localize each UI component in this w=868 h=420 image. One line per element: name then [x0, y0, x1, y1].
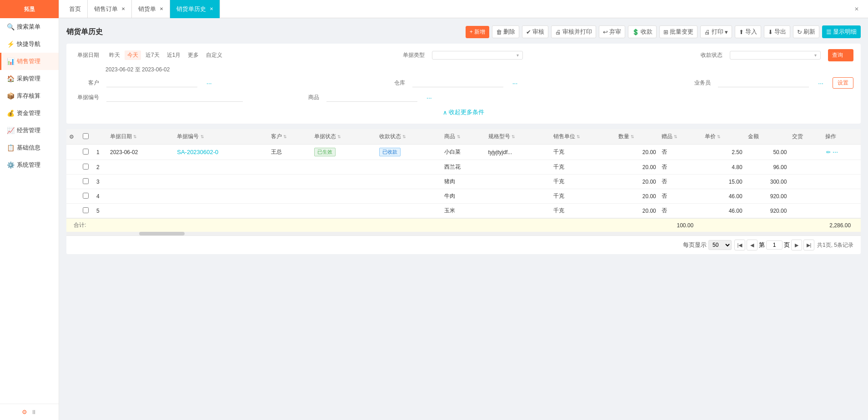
- audit-print-button[interactable]: 🖨 审核并打印: [551, 25, 596, 38]
- col-date[interactable]: 单据日期 ⇅: [107, 129, 174, 145]
- col-gift[interactable]: 赠品 ⇅: [659, 129, 702, 145]
- row-checkbox[interactable]: [80, 175, 94, 189]
- col-exchange[interactable]: 交货: [789, 129, 822, 145]
- sidebar-item-inventory[interactable]: 📦 库存核算: [0, 87, 59, 105]
- col-collect-status[interactable]: 收款状态 ⇅: [376, 129, 442, 145]
- col-settings[interactable]: ⚙: [66, 129, 80, 145]
- next-page-btn[interactable]: ▶: [791, 240, 802, 250]
- table-row: 4牛肉千克20.00否46.00920.00: [66, 189, 861, 204]
- scrollbar-thumb[interactable]: [139, 232, 185, 235]
- row-select-checkbox[interactable]: [83, 149, 89, 155]
- import-button[interactable]: ⬆ 导入: [735, 25, 761, 38]
- per-page-dropdown[interactable]: 50 100 200: [708, 240, 732, 250]
- row-checkbox[interactable]: [80, 189, 94, 204]
- tab-sales-history-label: 销货单历史: [176, 5, 206, 13]
- goods-dots[interactable]: ···: [425, 94, 434, 101]
- row-select-checkbox[interactable]: [83, 193, 89, 199]
- sidebar-item-operations[interactable]: 📈 经营管理: [0, 122, 59, 139]
- date-custom[interactable]: 自定义: [203, 50, 225, 60]
- collect-button[interactable]: 💲 收款: [628, 25, 657, 38]
- new-button[interactable]: + 新增: [466, 26, 489, 38]
- row-checkbox[interactable]: [80, 204, 94, 218]
- close-all-tabs[interactable]: ✕: [849, 6, 864, 12]
- tab-sales-delivery-close[interactable]: ✕: [160, 6, 163, 11]
- date-1month[interactable]: 近1月: [164, 50, 184, 60]
- collect-status-select[interactable]: ▾: [730, 51, 821, 60]
- sidebar-item-label: 采购管理: [17, 75, 40, 83]
- settings-button[interactable]: 设置: [833, 77, 853, 89]
- edit-action-btn[interactable]: ✏: [825, 149, 832, 155]
- col-goods[interactable]: 商品 ⇅: [442, 129, 485, 145]
- col-quantity[interactable]: 数量 ⇅: [616, 129, 659, 145]
- sidebar-bottom-icon1[interactable]: ⚙: [22, 409, 27, 415]
- refresh-button[interactable]: ↻ 刷新: [793, 25, 819, 38]
- tab-sales-history-close[interactable]: ✕: [210, 6, 213, 11]
- sidebar-item-quicknav[interactable]: ⚡ 快捷导航: [0, 35, 59, 53]
- badge-text: 已生效: [314, 148, 336, 156]
- audit-button[interactable]: ✔ 审核: [522, 25, 548, 38]
- sidebar-item-search[interactable]: 🔍 搜索菜单: [0, 18, 59, 35]
- date-more[interactable]: 更多: [185, 50, 201, 60]
- date-yesterday[interactable]: 昨天: [106, 50, 123, 60]
- select-all-checkbox[interactable]: [83, 133, 89, 139]
- sidebar-item-purchase[interactable]: 🏠 采购管理: [0, 70, 59, 87]
- customer-input[interactable]: [106, 79, 197, 87]
- page-input[interactable]: [766, 240, 783, 250]
- row-select-checkbox[interactable]: [83, 207, 89, 213]
- show-details-button[interactable]: ☰ 显示明细: [822, 25, 861, 38]
- toolbar: + 新增 🗑 删除 ✔ 审核 🖨 审核并打印 ↩ 弃审: [466, 25, 861, 38]
- date-today[interactable]: 今天: [125, 50, 141, 60]
- export-button[interactable]: ⬇ 导出: [764, 25, 790, 38]
- table-cell: [823, 189, 861, 204]
- col-amount[interactable]: 金额: [745, 129, 790, 145]
- sidebar-item-basic[interactable]: 📋 基础信息: [0, 139, 59, 156]
- table-cell: [311, 160, 376, 175]
- prev-page-btn[interactable]: ◀: [747, 240, 758, 250]
- doc-number-cell[interactable]: SA-20230602-0: [174, 145, 268, 160]
- batch-change-button[interactable]: ⊞ 批量变更: [659, 25, 697, 38]
- tab-sales-order-close[interactable]: ✕: [121, 6, 125, 11]
- first-page-btn[interactable]: |◀: [734, 240, 745, 250]
- table-scrollbar[interactable]: [66, 232, 861, 235]
- date-7days[interactable]: 近7天: [143, 50, 162, 60]
- doc-number-input[interactable]: [106, 93, 243, 102]
- delete-button[interactable]: 🗑 删除: [492, 25, 519, 38]
- col-price[interactable]: 单价 ⇅: [702, 129, 745, 145]
- row-select-checkbox[interactable]: [83, 164, 89, 170]
- more-action-btn[interactable]: ⋯: [832, 149, 839, 155]
- col-doc-status[interactable]: 单据状态 ⇅: [311, 129, 376, 145]
- col-spec[interactable]: 规格型号 ⇅: [486, 129, 551, 145]
- row-checkbox[interactable]: [80, 145, 94, 160]
- doc-number-link[interactable]: SA-20230602-0: [177, 149, 218, 155]
- last-page-btn[interactable]: ▶|: [803, 240, 814, 250]
- sidebar-item-finance[interactable]: 💰 资金管理: [0, 105, 59, 122]
- table-cell: [376, 204, 442, 218]
- goods-label: 商品: [294, 94, 319, 101]
- doc-type-select[interactable]: ▾: [432, 51, 523, 60]
- col-check[interactable]: [80, 129, 94, 145]
- staff-dots[interactable]: ···: [816, 80, 825, 87]
- row-checkbox[interactable]: [80, 160, 94, 175]
- abandon-button[interactable]: ↩ 弃审: [599, 25, 625, 38]
- doc-number-label: 单据编号: [74, 94, 99, 101]
- customer-dots[interactable]: ···: [205, 80, 214, 87]
- warehouse-dots[interactable]: ···: [511, 80, 520, 87]
- collapse-button[interactable]: ∧ 收起更多条件: [74, 106, 853, 118]
- goods-input[interactable]: [326, 93, 417, 102]
- staff-input[interactable]: [718, 79, 809, 87]
- sidebar-item-sales[interactable]: 📊 销售管理: [0, 53, 59, 70]
- query-button[interactable]: 查询: [828, 49, 853, 61]
- tab-home[interactable]: 首页: [63, 0, 88, 18]
- col-unit[interactable]: 销售单位 ⇅: [551, 129, 616, 145]
- col-customer[interactable]: 客户 ⇅: [268, 129, 311, 145]
- sidebar-bottom-icon2[interactable]: ⏸: [31, 409, 37, 415]
- col-number[interactable]: 单据编号 ⇅: [174, 129, 268, 145]
- tab-sales-delivery[interactable]: 销货单 ✕: [132, 0, 170, 18]
- warehouse-input[interactable]: [412, 79, 503, 87]
- tab-sales-order[interactable]: 销售订单 ✕: [88, 0, 132, 18]
- tab-sales-history[interactable]: 销货单历史 ✕: [170, 0, 220, 18]
- row-select-checkbox[interactable]: [83, 178, 89, 184]
- sidebar-item-system[interactable]: ⚙️ 系统管理: [0, 156, 59, 174]
- basic-icon: 📋: [7, 144, 14, 151]
- print-button[interactable]: 🖨 打印 ▾: [700, 25, 732, 38]
